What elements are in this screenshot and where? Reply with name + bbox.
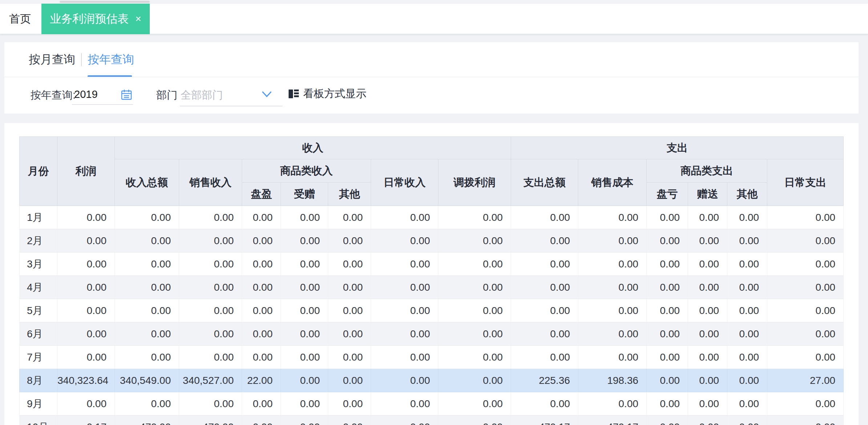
col-daily-income: 日常收入: [371, 159, 438, 206]
value-cell: 0.00: [511, 253, 578, 276]
value-cell: 0.00: [647, 346, 688, 369]
value-cell: 470.17: [511, 416, 578, 425]
value-cell: 0.00: [767, 299, 844, 322]
table-row: 5月0.000.000.000.000.000.000.000.000.000.…: [20, 299, 844, 322]
value-cell: 0.00: [242, 322, 281, 346]
value-cell: 0.00: [688, 322, 727, 346]
value-cell: 0.00: [511, 206, 578, 229]
value-cell: 0.00: [578, 346, 647, 369]
value-cell: 0.00: [57, 346, 115, 369]
query-panel: 按月查询 按年查询 按年查询: 部门 全部部门 看板方式显示: [4, 42, 859, 114]
table-body: 1月0.000.000.000.000.000.000.000.000.000.…: [20, 206, 844, 425]
value-cell: 0.00: [688, 392, 727, 416]
group-goods-income: 商品类收入: [242, 159, 371, 183]
value-cell: 0.00: [179, 206, 242, 229]
col-deficit: 盘亏: [647, 183, 688, 206]
table-row: 3月0.000.000.000.000.000.000.000.000.000.…: [20, 253, 844, 276]
value-cell: 0.00: [767, 253, 844, 276]
value-cell: 0.00: [328, 416, 371, 425]
value-cell: 0.00: [281, 416, 328, 425]
value-cell: 0.00: [727, 206, 767, 229]
value-cell: 0.00: [328, 276, 371, 299]
col-month: 月份: [20, 137, 57, 206]
value-cell: 0.00: [647, 416, 688, 425]
value-cell: 27.00: [767, 369, 844, 392]
value-cell: 0.00: [688, 253, 727, 276]
table-row: 10月-0.17470.00470.000.000.000.000.000.00…: [20, 416, 844, 425]
value-cell: 0.00: [57, 276, 115, 299]
value-cell: 0.00: [578, 392, 647, 416]
value-cell: 0.00: [281, 229, 328, 253]
report-panel: 月份 利润 收入 支出 收入总额 销售收入 商品类收入 日常收入 调拨利润 支出…: [4, 123, 859, 425]
value-cell: 0.00: [511, 299, 578, 322]
value-cell: 0.00: [57, 229, 115, 253]
value-cell: 0.00: [115, 276, 179, 299]
year-input-field: [72, 84, 133, 105]
month-cell: 2月: [20, 229, 57, 253]
profit-table-wrap: 月份 利润 收入 支出 收入总额 销售收入 商品类收入 日常收入 调拨利润 支出…: [19, 136, 844, 425]
tab-home[interactable]: 首页: [8, 4, 32, 34]
kanban-display-toggle[interactable]: 看板方式显示: [288, 87, 366, 101]
value-cell: 0.00: [578, 322, 647, 346]
group-expense: 支出: [511, 137, 844, 159]
value-cell: 0.00: [727, 346, 767, 369]
value-cell: 0.00: [438, 392, 511, 416]
month-cell: 1月: [20, 206, 57, 229]
table-row: 6月0.000.000.000.000.000.000.000.000.000.…: [20, 322, 844, 346]
value-cell: 0.00: [281, 206, 328, 229]
top-scrollbar-thumb[interactable]: [60, 1, 150, 3]
value-cell: 0.00: [647, 369, 688, 392]
value-cell: 0.00: [281, 299, 328, 322]
table-row: 4月0.000.000.000.000.000.000.000.000.000.…: [20, 276, 844, 299]
value-cell: 0.00: [57, 206, 115, 229]
col-expense-total: 支出总额: [511, 159, 578, 206]
tab-query-by-year[interactable]: 按年查询: [88, 42, 134, 77]
value-cell: 0.00: [688, 299, 727, 322]
value-cell: 0.00: [328, 253, 371, 276]
value-cell: 0.00: [371, 369, 438, 392]
col-daily-expense: 日常支出: [767, 159, 844, 206]
value-cell: 0.00: [371, 416, 438, 425]
dept-select-placeholder: 全部部门: [181, 88, 223, 103]
value-cell: 0.00: [767, 416, 844, 425]
value-cell: 0.00: [438, 416, 511, 425]
value-cell: 0.00: [767, 392, 844, 416]
value-cell: 0.00: [57, 299, 115, 322]
value-cell: 0.00: [511, 392, 578, 416]
value-cell: 22.00: [242, 369, 281, 392]
value-cell: 340,549.00: [115, 369, 179, 392]
value-cell: 0.00: [767, 346, 844, 369]
value-cell: 0.00: [511, 322, 578, 346]
col-surplus: 盘盈: [242, 183, 281, 206]
value-cell: 0.00: [57, 253, 115, 276]
value-cell: 470.00: [115, 416, 179, 425]
value-cell: 0.00: [281, 276, 328, 299]
value-cell: 0.00: [115, 392, 179, 416]
value-cell: 0.00: [371, 392, 438, 416]
value-cell: 0.00: [511, 229, 578, 253]
group-income: 收入: [115, 137, 511, 159]
value-cell: 0.00: [57, 392, 115, 416]
value-cell: 0.00: [767, 229, 844, 253]
value-cell: 0.00: [242, 206, 281, 229]
tab-business-profit-report[interactable]: 业务利润预估表 ×: [41, 4, 150, 34]
tab-close-icon[interactable]: ×: [135, 14, 141, 24]
year-input[interactable]: [72, 84, 108, 104]
value-cell: 0.00: [328, 299, 371, 322]
value-cell: 0.00: [371, 299, 438, 322]
value-cell: 0.00: [179, 346, 242, 369]
value-cell: 0.00: [438, 253, 511, 276]
value-cell: 0.00: [281, 369, 328, 392]
kanban-icon: [288, 88, 300, 100]
value-cell: 0.00: [328, 346, 371, 369]
value-cell: 0.00: [115, 346, 179, 369]
calendar-icon[interactable]: [121, 89, 132, 100]
value-cell: 0.00: [578, 299, 647, 322]
dept-select[interactable]: 全部部门: [180, 84, 282, 106]
window-tab-bar: 首页 业务利润预估表 ×: [0, 4, 868, 34]
value-cell: 0.00: [328, 322, 371, 346]
value-cell: 0.00: [688, 229, 727, 253]
value-cell: 0.00: [115, 299, 179, 322]
value-cell: 0.00: [438, 346, 511, 369]
tab-query-by-month[interactable]: 按月查询: [29, 42, 75, 77]
